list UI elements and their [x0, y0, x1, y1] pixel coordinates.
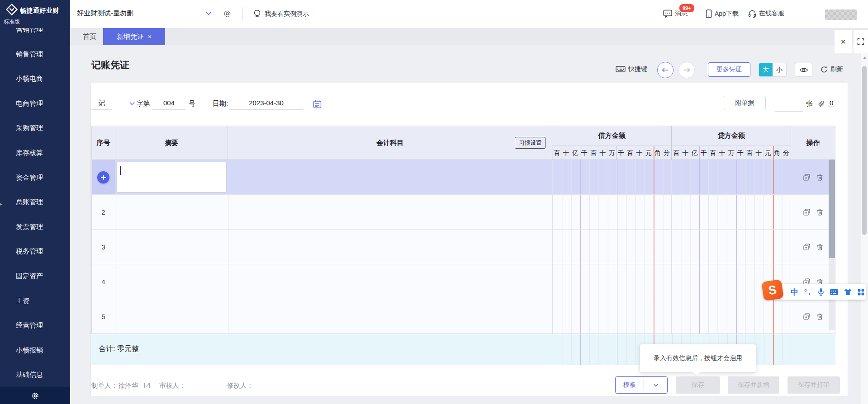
size-large-button[interactable]: 大: [759, 63, 773, 76]
copy-row-icon[interactable]: [803, 209, 810, 216]
row-seq: 4: [92, 264, 115, 299]
scroll-up-arrow-icon[interactable]: [863, 56, 867, 59]
demo-link[interactable]: 我要看实例演示: [253, 9, 309, 18]
sidebar-item-inventory[interactable]: 库存核算: [0, 141, 70, 165]
sidebar-item-ecommerce[interactable]: 电商管理: [0, 91, 70, 116]
shortcut-keys-button[interactable]: 快捷键: [616, 65, 647, 73]
delete-row-icon[interactable]: [816, 209, 823, 216]
page-scrollbar[interactable]: [861, 45, 868, 404]
ime-skin-icon[interactable]: [844, 289, 852, 296]
fullscreen-icon[interactable]: [854, 30, 868, 53]
attachment-button[interactable]: 附单据: [724, 96, 766, 110]
sidebar-item-payroll[interactable]: 工资: [0, 289, 70, 314]
next-voucher-button[interactable]: [678, 62, 695, 78]
debit-cell[interactable]: [553, 264, 672, 299]
sogou-logo-icon[interactable]: S: [761, 279, 783, 301]
size-small-button[interactable]: 小: [773, 63, 786, 76]
account-cell[interactable]: [228, 264, 553, 299]
save-and-print-button[interactable]: 保存并打印: [787, 376, 840, 394]
tab-new-voucher[interactable]: 新增凭证 ×: [103, 28, 165, 45]
settings-gear-icon[interactable]: [223, 9, 232, 18]
user-avatar-redacted[interactable]: [825, 9, 857, 20]
sidebar-item-basic-info[interactable]: 基础信息: [0, 362, 70, 387]
account-cell[interactable]: [228, 230, 553, 264]
account-selector[interactable]: 好业财测试-量勿删: [77, 9, 209, 22]
summary-cell-active[interactable]: [115, 160, 228, 194]
col-account-header: 会计科目 习惯设置: [228, 126, 552, 160]
add-row-button[interactable]: [97, 171, 109, 183]
tab-home[interactable]: 首页: [75, 28, 104, 45]
tab-close-icon[interactable]: ×: [148, 33, 152, 40]
habit-settings-button[interactable]: 习惯设置: [515, 137, 545, 149]
sidebar-collapse-handle[interactable]: ▸: [0, 199, 5, 209]
voucher-word-field[interactable]: 记: [91, 98, 112, 110]
sidebar-item-tax[interactable]: 税务管理: [0, 239, 70, 264]
app-download-button[interactable]: App下载: [706, 9, 739, 18]
paperclip-icon[interactable]: [818, 100, 825, 108]
delete-row-icon[interactable]: [816, 174, 823, 181]
debit-cell[interactable]: [553, 160, 672, 194]
account-cell[interactable]: [228, 195, 553, 229]
credit-cell[interactable]: [672, 195, 791, 229]
sidebar-item-invoices[interactable]: 发票管理: [0, 215, 70, 240]
save-and-add-button[interactable]: 保存并新增: [728, 376, 779, 394]
support-button[interactable]: 在线客服: [748, 9, 784, 18]
sidebar-item-xiaochang-ecommerce[interactable]: 小畅电商: [0, 66, 70, 91]
total-label: 合计: 零元整: [99, 344, 139, 354]
summary-input[interactable]: [116, 162, 227, 193]
chevron-down-icon[interactable]: [206, 11, 212, 15]
phone-icon: [706, 9, 712, 18]
credit-cell[interactable]: [672, 160, 791, 194]
visibility-button[interactable]: [795, 63, 812, 77]
copy-row-icon[interactable]: [803, 174, 810, 181]
debit-cell[interactable]: [553, 299, 672, 334]
sidebar-item-operations[interactable]: 经营管理: [0, 313, 70, 338]
ime-chinese-mode-icon[interactable]: 中: [791, 287, 798, 297]
summary-cell[interactable]: [115, 195, 228, 229]
summary-cell[interactable]: [115, 230, 228, 264]
voucher-number-field[interactable]: 004: [152, 98, 185, 110]
more-vouchers-button[interactable]: 更多凭证: [708, 62, 750, 77]
ime-keyboard-icon[interactable]: [830, 289, 838, 295]
account-cell[interactable]: [228, 160, 553, 194]
table-scrollbar[interactable]: [829, 160, 835, 330]
font-size-toggle: 大 小: [759, 63, 787, 77]
table-scrollbar-thumb[interactable]: [829, 160, 835, 258]
credit-cell[interactable]: [672, 299, 791, 334]
ime-punctuation-icon[interactable]: °，: [804, 288, 812, 296]
summary-cell[interactable]: [115, 264, 228, 299]
sidebar-item-sales[interactable]: 销售管理: [0, 42, 70, 67]
panel-close-button[interactable]: ×: [835, 30, 852, 53]
sidebar-settings-bar[interactable]: [0, 387, 70, 404]
debit-cell[interactable]: [553, 195, 672, 229]
sidebar-item-purchasing[interactable]: 采购管理: [0, 116, 70, 141]
table-row-4: 4: [92, 264, 835, 299]
save-button[interactable]: 保存: [676, 376, 720, 394]
date-field[interactable]: 2023-04-30: [229, 98, 303, 110]
prev-voucher-button[interactable]: [657, 62, 674, 78]
account-cell[interactable]: [228, 299, 553, 334]
attachment-count-link[interactable]: 0: [828, 99, 835, 107]
calendar-icon[interactable]: [313, 100, 322, 108]
debit-cell[interactable]: [553, 230, 672, 264]
refresh-button[interactable]: 刷新: [821, 66, 843, 74]
copy-row-icon[interactable]: [803, 244, 810, 250]
summary-cell[interactable]: [115, 299, 228, 334]
chevron-down-icon[interactable]: [129, 102, 135, 105]
ime-toolbox-icon[interactable]: [858, 289, 864, 296]
sidebar-item-fixed-assets[interactable]: 固定资产: [0, 264, 70, 289]
chevron-down-icon[interactable]: [644, 383, 667, 387]
sidebar-item-general-ledger[interactable]: 总账管理: [0, 190, 70, 215]
sidebar-item-expense[interactable]: 小畅报销: [0, 338, 70, 363]
microphone-icon[interactable]: [818, 288, 824, 296]
logo-block: 畅捷通好业财 标准版: [0, 0, 70, 28]
edit-creator-icon[interactable]: [144, 382, 151, 389]
page-scrollbar-thumb[interactable]: [862, 66, 867, 235]
copy-row-icon[interactable]: [803, 313, 810, 320]
delete-row-icon[interactable]: [816, 313, 823, 320]
template-button[interactable]: 模板: [615, 376, 668, 394]
sidebar-item-funds[interactable]: 资金管理: [0, 165, 70, 190]
delete-row-icon[interactable]: [816, 244, 823, 250]
credit-cell[interactable]: [672, 230, 791, 264]
attachment-count-field[interactable]: [775, 99, 803, 112]
